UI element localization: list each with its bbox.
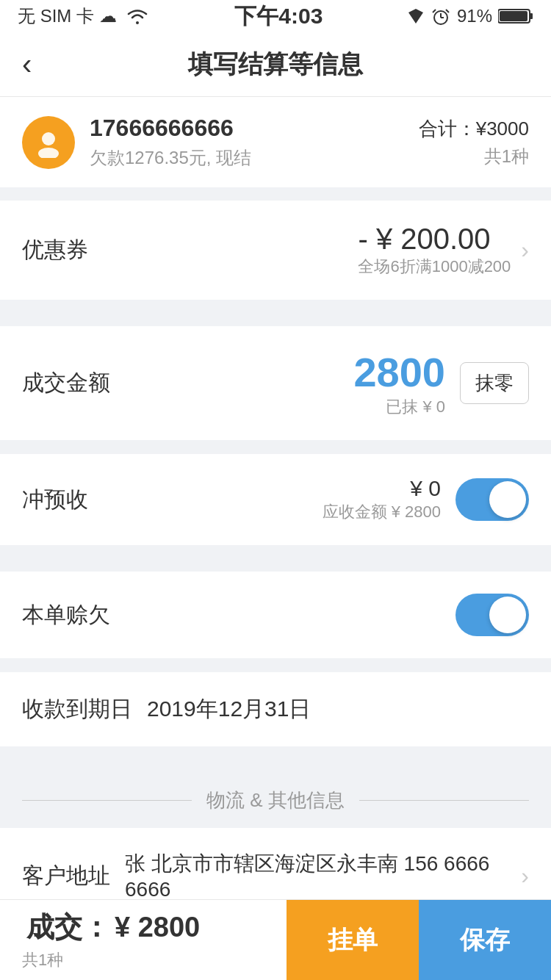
total-count: 共1种: [419, 145, 529, 168]
location-icon: [407, 7, 425, 25]
address-value: 张 北京市市辖区海淀区永丰南 156 6666 6666: [125, 850, 514, 901]
due-date-value: 2019年12月31日: [147, 694, 311, 724]
customer-sub-text: 欠款1276.35元, 现结: [90, 146, 251, 170]
avatar: [22, 116, 75, 169]
alarm-icon: [431, 6, 451, 26]
svg-point-7: [38, 148, 59, 158]
deal-amount-value: 2800: [353, 348, 445, 396]
wifi-icon: [124, 7, 151, 26]
status-right: 91%: [407, 6, 533, 26]
bottom-summary: 成交：¥ 2800 共1种: [0, 909, 287, 971]
prepay-toggle[interactable]: [455, 478, 529, 521]
back-button[interactable]: ‹: [22, 48, 66, 81]
svg-rect-4: [530, 13, 533, 19]
customer-phone: 17666666666: [90, 115, 251, 142]
round-button[interactable]: 抹零: [460, 362, 529, 404]
no-sim-text: 无 SIM 卡 ☁: [18, 4, 117, 28]
prepay-row: 冲预收 ¥ 0 应收金额 ¥ 2800: [0, 453, 551, 545]
address-label: 客户地址: [22, 861, 110, 891]
credit-row: 本单赊欠: [0, 572, 551, 658]
coupon-row[interactable]: 优惠券 - ¥ 200.00 全场6折满1000减200 ›: [0, 201, 551, 300]
address-chevron-icon: ›: [521, 862, 529, 890]
credit-label: 本单赊欠: [22, 600, 110, 630]
status-time: 下午4:03: [234, 1, 323, 32]
svg-rect-5: [500, 11, 527, 21]
battery-icon: [498, 7, 533, 25]
svg-point-6: [42, 132, 55, 145]
page-title: 填写结算等信息: [188, 48, 363, 82]
divider-3: [0, 760, 551, 773]
due-date-row: 收款到期日 2019年12月31日: [0, 671, 551, 746]
logistics-header-text: 物流 & 其他信息: [206, 788, 345, 813]
deal-amount-label: 成交金额: [22, 368, 110, 398]
coupon-discount-amount: - ¥ 200.00: [358, 223, 511, 256]
credit-toggle[interactable]: [455, 594, 529, 636]
hold-button[interactable]: 挂单: [287, 900, 419, 981]
logistics-header: 物流 & 其他信息: [0, 773, 551, 828]
divider-1: [0, 313, 551, 326]
prepay-sub: 应收金额 ¥ 2800: [323, 501, 441, 523]
divider-2: [0, 558, 551, 572]
bottom-deal-label: 成交：: [26, 912, 110, 943]
deal-amount-section: 成交金额 2800 已抹 ¥ 0 抹零: [0, 326, 551, 440]
status-left: 无 SIM 卡 ☁: [18, 4, 151, 28]
prepay-label: 冲预收: [22, 485, 88, 515]
coupon-chevron-icon: ›: [521, 237, 529, 264]
save-button[interactable]: 保存: [419, 900, 551, 981]
bottom-count: 共1种: [22, 949, 264, 971]
bottom-deal-amount: ¥ 2800: [115, 912, 200, 943]
prepay-amount: ¥ 0: [323, 476, 441, 501]
coupon-discount-desc: 全场6折满1000减200: [358, 256, 511, 278]
status-bar: 无 SIM 卡 ☁ 下午4:03 91%: [0, 0, 551, 32]
deal-amount-sub: 已抹 ¥ 0: [353, 396, 445, 418]
customer-total: 合计：¥3000 共1种: [419, 116, 529, 168]
coupon-label: 优惠券: [22, 235, 88, 265]
customer-row: 17666666666 欠款1276.35元, 现结 合计：¥3000 共1种: [0, 97, 551, 187]
due-date-label: 收款到期日: [22, 694, 132, 724]
battery-text: 91%: [457, 6, 492, 26]
bottom-bar: 成交：¥ 2800 共1种 挂单 保存: [0, 899, 551, 980]
content-area: 17666666666 欠款1276.35元, 现结 合计：¥3000 共1种 …: [0, 97, 551, 980]
bottom-deal-info: 成交：¥ 2800: [22, 909, 264, 946]
nav-bar: ‹ 填写结算等信息: [0, 32, 551, 97]
total-label: 合计：¥3000: [419, 116, 529, 142]
